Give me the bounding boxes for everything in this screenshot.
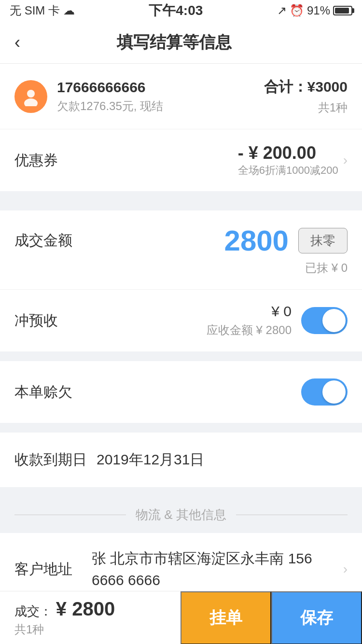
duedate-label: 收款到期日 (14, 450, 87, 470)
bottom-amount: ¥ 2800 (56, 598, 115, 619)
chevron-right-icon: › (343, 153, 348, 168)
customer-phone: 17666666666 (57, 79, 264, 96)
coupon-info: - ¥ 200.00 全场6折满1000减200 (238, 143, 338, 178)
customer-row: 17666666666 欠款1276.35元, 现结 合计：¥3000 共1种 (0, 64, 362, 129)
logistics-divider: 物流 & 其他信息 (0, 497, 362, 533)
bottom-summary: 成交： ¥ 2800 共1种 (0, 598, 181, 637)
coupon-label: 优惠券 (14, 151, 58, 170)
bottom-deal-label: 成交： (14, 604, 52, 618)
divider-2 (0, 351, 362, 361)
hold-button[interactable]: 挂单 (181, 591, 271, 644)
amount-row: 成交金额 2800 抹零 (14, 224, 348, 257)
address-label: 客户地址 (14, 560, 82, 579)
arrearage-toggle[interactable] (301, 378, 348, 406)
customer-section: 17666666666 欠款1276.35元, 现结 合计：¥3000 共1种 … (0, 64, 362, 191)
deal-amount-section: 成交金额 2800 抹零 已抹 ¥ 0 (0, 210, 362, 289)
bottom-deal-row: 成交： ¥ 2800 (14, 598, 166, 620)
alarm-icon: ⏰ (290, 4, 304, 17)
coupon-row[interactable]: 优惠券 - ¥ 200.00 全场6折满1000减200 › (0, 129, 362, 191)
duedate-section: 收款到期日 2019年12月31日 (0, 433, 362, 487)
logistics-text: 物流 & 其他信息 (126, 506, 236, 523)
content-area: 17666666666 欠款1276.35元, 现结 合计：¥3000 共1种 … (0, 64, 362, 644)
status-time: 下午4:03 (149, 1, 203, 20)
prepay-values: ¥ 0 应收金额 ¥ 2800 (207, 303, 292, 338)
customer-info: 17666666666 欠款1276.35元, 现结 (57, 79, 264, 114)
arrearage-toggle-knob (322, 380, 346, 404)
svg-point-0 (27, 90, 35, 98)
coupon-amount: - ¥ 200.00 (238, 143, 334, 163)
deal-amount-label: 成交金额 (14, 231, 72, 251)
bottom-count: 共1种 (14, 622, 166, 637)
coupon-desc: 全场6折满1000减200 (238, 163, 338, 178)
arrearage-label: 本单赊欠 (14, 382, 72, 402)
prepay-right: ¥ 0 应收金额 ¥ 2800 (207, 303, 348, 338)
battery-percent: 91% (307, 4, 330, 17)
save-button[interactable]: 保存 (271, 591, 362, 644)
status-right: ↗ ⏰ 91% (277, 4, 352, 17)
prepay-label: 冲预收 (14, 311, 58, 331)
battery-fill (335, 8, 349, 14)
toggle-knob (322, 309, 346, 332)
deal-amount-sub: 已抹 ¥ 0 (14, 260, 348, 276)
divider-1 (0, 201, 362, 210)
prepay-row: 冲预收 ¥ 0 应收金额 ¥ 2800 (0, 289, 362, 351)
deal-amount-value: 2800 (224, 224, 289, 257)
prepay-sub: 应收金额 ¥ 2800 (207, 322, 292, 338)
prepay-toggle[interactable] (301, 307, 348, 334)
address-value: 张 北京市市辖区海淀区永丰南 156 6666 6666 (92, 547, 338, 591)
status-bar: 无 SIM 卡 ☁ 下午4:03 ↗ ⏰ 91% (0, 0, 362, 21)
duedate-value: 2019年12月31日 (97, 450, 204, 470)
round-zero-button[interactable]: 抹零 (298, 228, 348, 253)
nav-bar: ‹ 填写结算等信息 (0, 21, 362, 64)
customer-sub: 欠款1276.35元, 现结 (57, 98, 264, 114)
avatar-icon (21, 87, 41, 106)
logistics-line-left (14, 515, 126, 515)
arrearage-section: 本单赊欠 (0, 361, 362, 423)
status-left: 无 SIM 卡 ☁ (10, 3, 75, 18)
svg-point-1 (24, 98, 38, 106)
avatar (14, 80, 47, 113)
customer-total: 合计：¥3000 共1种 (264, 77, 348, 115)
page-title: 填写结算等信息 (30, 31, 319, 54)
location-icon: ↗ (277, 4, 287, 17)
battery-icon (333, 6, 352, 15)
address-chevron-icon: › (343, 561, 348, 577)
back-button[interactable]: ‹ (14, 28, 30, 57)
total-amount: 合计：¥3000 (264, 77, 348, 97)
prepay-amount: ¥ 0 (207, 303, 292, 320)
coupon-right: - ¥ 200.00 全场6折满1000减200 › (238, 143, 348, 178)
sim-label: 无 SIM 卡 ☁ (10, 3, 75, 18)
total-count: 共1种 (264, 100, 348, 115)
amount-right: 2800 抹零 (224, 224, 348, 257)
bottom-bar: 成交： ¥ 2800 共1种 挂单 保存 (0, 591, 362, 644)
logistics-line-right (236, 515, 348, 515)
